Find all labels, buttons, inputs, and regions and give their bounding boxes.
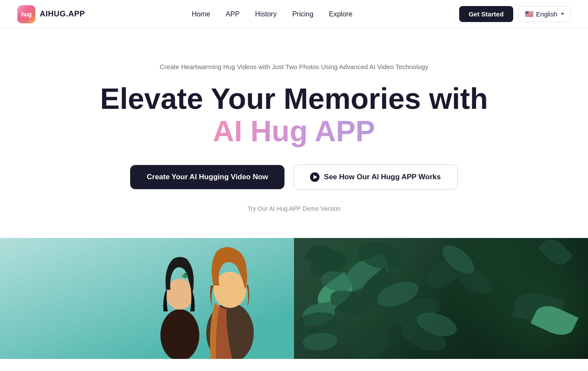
auburn-hair-figure: [195, 247, 265, 359]
nav-item-app[interactable]: APP: [226, 10, 240, 18]
nav-item-home[interactable]: Home: [192, 10, 210, 18]
image-panel-right: [294, 238, 588, 359]
language-selector[interactable]: 🇺🇸 English: [518, 6, 571, 22]
hero-title-line1: Elevate Your Memories with: [100, 82, 488, 115]
demo-link[interactable]: Try Our AI Hug APP Demo Version: [247, 205, 341, 212]
nav-link-home[interactable]: Home: [192, 10, 210, 18]
navbar-actions: Get Started 🇺🇸 English: [459, 6, 571, 22]
hero-title: Elevate Your Memories with AI Hug APP: [100, 82, 488, 147]
leaves-svg: [294, 238, 588, 359]
play-icon: [310, 172, 320, 182]
brand-logo-link[interactable]: hug AIHUG.APP: [17, 5, 85, 23]
nav-item-history[interactable]: History: [255, 10, 277, 18]
language-label: English: [536, 10, 557, 18]
see-how-label: See How Our AI Hugg APP Works: [324, 173, 441, 181]
nav-link-explore[interactable]: Explore: [329, 10, 352, 18]
flag-icon: 🇺🇸: [525, 10, 534, 18]
hero-title-line2: AI Hug APP: [213, 115, 375, 147]
nav-item-explore[interactable]: Explore: [329, 10, 352, 18]
nav-link-pricing[interactable]: Pricing: [292, 10, 313, 18]
hero-buttons: Create Your AI Hugging Video Now See How…: [130, 165, 457, 190]
play-triangle-icon: [313, 175, 317, 179]
nav-menu: Home APP History Pricing Explore: [192, 10, 352, 18]
svg-point-13: [350, 327, 394, 358]
create-video-button[interactable]: Create Your AI Hugging Video Now: [130, 165, 284, 189]
navbar: hug AIHUG.APP Home APP History Pricing E…: [0, 0, 588, 29]
hero-subtitle: Create Heartwarming Hug Videos with Just…: [160, 63, 428, 70]
nav-item-pricing[interactable]: Pricing: [292, 10, 313, 18]
svg-point-8: [327, 285, 374, 320]
hero-image-section: [0, 238, 588, 359]
image-panel-left: [0, 238, 294, 359]
svg-point-6: [354, 238, 407, 274]
brand-name: AIHUG.APP: [40, 10, 85, 19]
svg-point-4: [183, 274, 187, 278]
brand-logo-icon: hug: [17, 5, 35, 23]
nav-link-history[interactable]: History: [255, 10, 277, 18]
get-started-button[interactable]: Get Started: [459, 6, 513, 22]
see-how-button[interactable]: See How Our AI Hugg APP Works: [293, 165, 457, 190]
chevron-down-icon: [561, 13, 564, 15]
hero-section: Create Heartwarming Hug Videos with Just…: [0, 29, 588, 238]
dark-hair-figure: [154, 255, 206, 359]
nav-link-app[interactable]: APP: [226, 10, 240, 18]
svg-point-2: [160, 309, 199, 359]
